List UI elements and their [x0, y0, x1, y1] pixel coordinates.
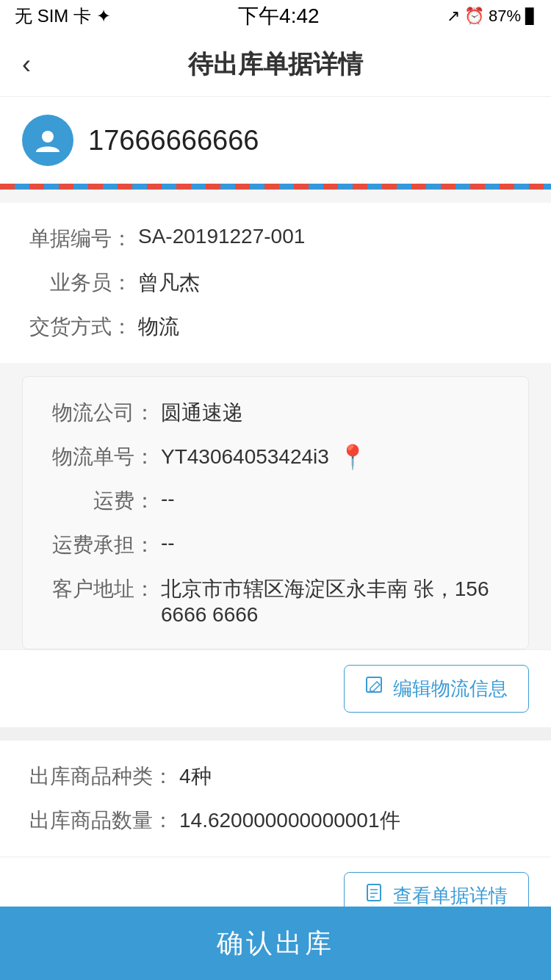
confirm-outbound-button[interactable]: 确认出库 [0, 907, 551, 980]
edit-logistics-button[interactable]: 编辑物流信息 [344, 665, 529, 713]
svg-point-0 [42, 131, 54, 143]
edit-logistics-wrap: 编辑物流信息 [0, 649, 551, 727]
salesman-value: 曾凡杰 [138, 269, 522, 297]
freight-label: 运费： [52, 487, 155, 515]
view-details-label: 查看单据详情 [393, 883, 508, 909]
delivery-method-label: 交货方式： [29, 313, 132, 341]
address-value: 北京市市辖区海淀区永丰南 张，156 6666 6666 [161, 575, 499, 627]
freight-bearer-label: 运费承担： [52, 531, 155, 559]
edit-icon [365, 676, 386, 702]
status-left: 无 SIM 卡 ✦ [15, 4, 111, 28]
map-pin-icon[interactable]: 📍 [338, 443, 367, 471]
delivery-method-value: 物流 [138, 313, 522, 341]
sim-status: 无 SIM 卡 ✦ [15, 4, 111, 28]
document-icon [365, 883, 386, 909]
logistics-company-row: 物流公司： 圆通速递 [52, 399, 499, 427]
goods-types-row: 出库商品种类： 4种 [29, 763, 522, 790]
customer-header: 17666666666 [0, 97, 551, 184]
back-button[interactable]: ‹ [22, 49, 31, 80]
goods-types-value: 4种 [179, 763, 522, 790]
freight-bearer-value: -- [161, 531, 499, 555]
logistics-company-value: 圆通速递 [161, 399, 499, 427]
goods-section: 出库商品种类： 4种 出库商品数量： 14.620000000000001件 [0, 741, 551, 857]
tracking-number-row: 物流单号： YT43064053424i3 📍 [52, 443, 499, 471]
document-number-value: SA-20191227-001 [138, 225, 522, 248]
logistics-company-label: 物流公司： [52, 399, 155, 427]
tracking-number-label: 物流单号： [52, 443, 155, 471]
delivery-method-row: 交货方式： 物流 [29, 313, 522, 341]
battery-icon: ▊ [525, 7, 536, 25]
svg-rect-2 [367, 884, 381, 901]
battery-level: 87% [489, 7, 521, 26]
freight-row: 运费： -- [52, 487, 499, 515]
goods-types-label: 出库商品种类： [29, 763, 173, 790]
salesman-row: 业务员： 曾凡杰 [29, 269, 522, 297]
nav-bar: ‹ 待出库单据详情 [0, 32, 551, 97]
address-row: 客户地址： 北京市市辖区海淀区永丰南 张，156 6666 6666 [52, 575, 499, 627]
freight-bearer-row: 运费承担： -- [52, 531, 499, 559]
status-time: 下午4:42 [238, 2, 320, 30]
order-info-section: 单据编号： SA-20191227-001 业务员： 曾凡杰 交货方式： 物流 [0, 203, 551, 363]
freight-value: -- [161, 487, 499, 511]
goods-quantity-label: 出库商品数量： [29, 807, 173, 835]
tracking-number-value: YT43064053424i3 📍 [161, 443, 499, 471]
avatar [22, 115, 73, 166]
salesman-label: 业务员： [29, 269, 132, 297]
dashed-divider [0, 184, 551, 190]
page-title: 待出库单据详情 [188, 48, 363, 82]
document-number-label: 单据编号： [29, 225, 132, 253]
customer-phone: 17666666666 [88, 125, 259, 156]
status-right: ↗ ⏰ 87% ▊ [447, 7, 536, 26]
goods-quantity-value: 14.620000000000001件 [179, 807, 522, 835]
section-divider [0, 727, 551, 741]
status-bar: 无 SIM 卡 ✦ 下午4:42 ↗ ⏰ 87% ▊ [0, 0, 551, 32]
confirm-button-wrap: 确认出库 [0, 907, 551, 980]
goods-quantity-row: 出库商品数量： 14.620000000000001件 [29, 807, 522, 835]
document-number-row: 单据编号： SA-20191227-001 [29, 225, 522, 253]
edit-logistics-label: 编辑物流信息 [393, 676, 508, 702]
user-avatar-icon [33, 126, 62, 155]
alarm-icon: ⏰ [464, 7, 484, 26]
address-label: 客户地址： [52, 575, 155, 603]
location-status-icon: ↗ [447, 7, 460, 26]
logistics-card: 物流公司： 圆通速递 物流单号： YT43064053424i3 📍 运费： -… [22, 376, 529, 649]
